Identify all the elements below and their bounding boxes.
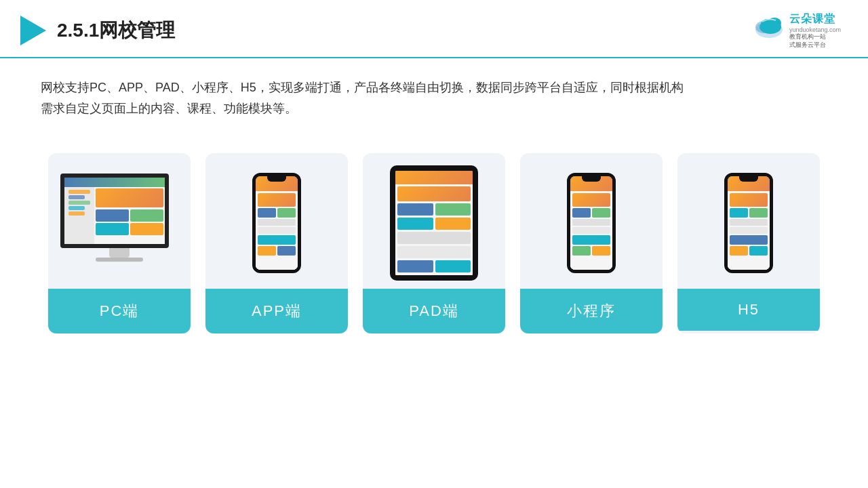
desktop-stand [109, 248, 130, 258]
desktop-mockup [60, 174, 179, 272]
cards-container: PC端 [0, 133, 868, 333]
card-miniprogram: 小程序 [520, 153, 663, 333]
card-pc-image [48, 153, 191, 289]
phone-screen-h5 [728, 176, 770, 270]
tablet-screen [395, 171, 473, 275]
phone-header-app [256, 176, 298, 191]
description: 网校支持PC、APP、PAD、小程序、H5，实现多端打通，产品各终端自由切换，数… [0, 58, 868, 125]
desktop-screen [60, 174, 169, 248]
phone-mockup-h5 [724, 173, 773, 273]
card-miniprogram-label: 小程序 [520, 289, 663, 333]
logo: 云朵课堂 yunduoketang.com 教育机构一站 式服务云平台 [751, 12, 841, 49]
phone-screen-app [256, 176, 298, 270]
card-h5-label: H5 [677, 289, 820, 331]
tablet-header [395, 171, 473, 184]
logo-text-area: 云朵课堂 yunduoketang.com 教育机构一站 式服务云平台 [789, 12, 841, 49]
card-pc: PC端 [48, 153, 191, 333]
play-icon [20, 16, 46, 45]
cloud-logo-icon [751, 12, 787, 39]
logo-brand: 云朵课堂 [789, 12, 841, 26]
card-h5: H5 [677, 153, 820, 333]
header: 2.5.1网校管理 云朵课堂 yunduoketang.com 教育机构一站 式… [0, 0, 868, 58]
card-h5-image [677, 153, 820, 289]
phone-screen-mini [570, 176, 612, 270]
tablet-mockup [390, 165, 478, 281]
page-title: 2.5.1网校管理 [57, 18, 175, 43]
svg-point-5 [760, 20, 781, 34]
description-text-line2: 需求自定义页面上的内容、课程、功能模块等。 [41, 102, 297, 115]
card-pad-label: PAD端 [363, 289, 505, 333]
description-text: 网校支持PC、APP、PAD、小程序、H5，实现多端打通，产品各终端自由切换，数… [41, 81, 684, 94]
phone-header-h5 [728, 176, 770, 191]
logo-url: yunduoketang.com [789, 26, 841, 33]
card-app-image [205, 153, 348, 289]
card-pad-image [363, 153, 505, 289]
card-miniprogram-image [520, 153, 663, 289]
card-app: APP端 [205, 153, 348, 333]
phone-header-mini [570, 176, 612, 191]
card-pc-label: PC端 [48, 289, 191, 333]
header-left: 2.5.1网校管理 [20, 16, 175, 45]
phone-mockup-mini [567, 173, 616, 273]
card-pad: PAD端 [363, 153, 505, 333]
desktop-screen-inner [64, 178, 165, 244]
logo-slogan: 教育机构一站 式服务云平台 [789, 33, 841, 49]
tablet-content [395, 184, 473, 275]
phone-mockup-app [252, 173, 301, 273]
card-app-label: APP端 [205, 289, 348, 333]
desktop-base [96, 258, 143, 262]
